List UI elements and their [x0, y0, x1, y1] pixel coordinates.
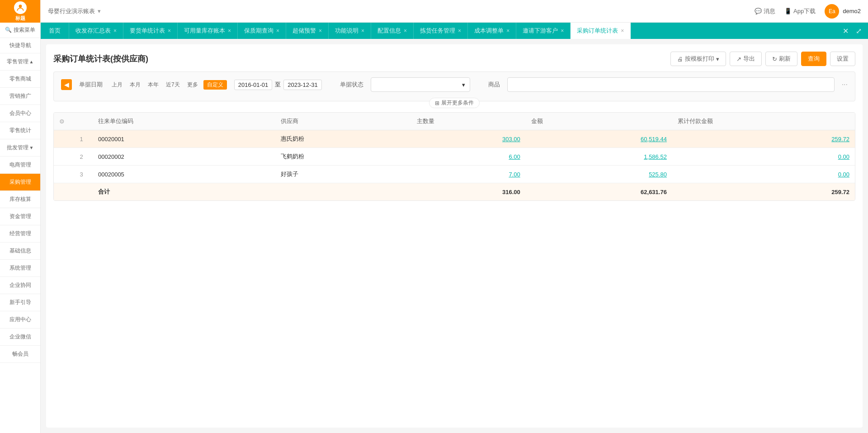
row1-quantity[interactable]: 303.00	[411, 130, 526, 148]
tab-home[interactable]: 首页	[41, 23, 69, 39]
row2-settings	[54, 148, 70, 166]
sidebar-item-member2[interactable]: 畅会员	[0, 346, 40, 363]
settings-button[interactable]: 设置	[830, 52, 855, 66]
row2-unit-code: 00020002	[93, 148, 275, 166]
row1-paid-amount[interactable]: 259.72	[672, 130, 855, 148]
tab-expiry-query[interactable]: 保质期查询 ×	[238, 23, 286, 39]
sidebar-item-member[interactable]: 会员中心	[0, 105, 40, 122]
tab-close-collect-pay[interactable]: ×	[113, 28, 117, 33]
row1-amount[interactable]: 60,519.44	[526, 130, 672, 148]
shortcut-this-month[interactable]: 本月	[128, 80, 142, 90]
tab-close-cost-adjust[interactable]: ×	[506, 28, 509, 33]
message-button[interactable]: 💬 消息	[755, 7, 775, 15]
shortcut-custom[interactable]: 自定义	[203, 80, 227, 90]
svg-point-0	[19, 5, 22, 8]
app-logo: 标题	[0, 0, 40, 23]
export-button[interactable]: ↗ 导出	[730, 52, 762, 66]
tab-close-purchase-stats[interactable]: ×	[621, 28, 624, 33]
row2-num: 2	[70, 148, 93, 166]
row2-paid-amount[interactable]: 0.00	[672, 148, 855, 166]
tab-function-desc[interactable]: 功能说明 ×	[329, 23, 371, 39]
tab-close-invite-downstream[interactable]: ×	[561, 28, 564, 33]
tab-close-all-button[interactable]: ✕	[840, 26, 851, 36]
sidebar: 标题 🔍 搜索菜单 快捷导航 零售管理 ▲ 零售商城 营销推广 会员中心 零售统…	[0, 0, 41, 433]
print-icon: 🖨	[677, 56, 683, 62]
filter-toggle-button[interactable]: ◀	[61, 79, 72, 90]
query-button[interactable]: 查询	[801, 52, 826, 66]
column-settings-icon[interactable]: ⚙	[59, 118, 65, 125]
sidebar-item-retail-mall[interactable]: 零售商城	[0, 71, 40, 88]
tab-close-order-stats[interactable]: ×	[168, 28, 171, 33]
expand-button[interactable]: ⊞ 展开更多条件	[429, 98, 480, 108]
tab-invite-downstream[interactable]: 邀请下游客户 ×	[516, 23, 571, 39]
status-select[interactable]: ▾	[371, 77, 470, 92]
tab-config-info[interactable]: 配置信息 ×	[371, 23, 414, 39]
row3-paid-amount[interactable]: 0.00	[672, 166, 855, 183]
tab-oversupply-warning[interactable]: 超储预警 ×	[286, 23, 329, 39]
page-header: 采购订单统计表(按供应商) 🖨 按模板打印 ▾ ↗ 导出 ↻ 刷新	[53, 52, 855, 66]
table-row[interactable]: 2 00020002 飞鹤奶粉 6.00 1,586.52 0.00	[54, 148, 855, 166]
sidebar-item-retail-management[interactable]: 零售管理 ▲	[0, 53, 40, 71]
shortcut-last-7-days[interactable]: 近7天	[164, 80, 182, 90]
tab-close-config-info[interactable]: ×	[404, 28, 407, 33]
sidebar-item-wholesale[interactable]: 批发管理 ▼	[0, 139, 40, 157]
footer-num	[70, 183, 93, 201]
retail-management-arrow: ▲	[29, 59, 34, 64]
table-row[interactable]: 3 00020005 好孩子 7.00 525.80 0.00	[54, 166, 855, 183]
tab-purchase-stats[interactable]: 采购订单统计表 ×	[571, 23, 631, 39]
tab-collect-pay[interactable]: 收发存汇总表 ×	[69, 23, 123, 39]
table-row[interactable]: 1 00020001 惠氏奶粉 303.00 60,519.44 259.72	[54, 130, 855, 148]
tab-close-available-inventory[interactable]: ×	[228, 28, 231, 33]
user-info[interactable]: Ea demo2	[825, 4, 861, 19]
table-footer-row: 合计 316.00 62,631.76 259.72	[54, 183, 855, 201]
sidebar-item-ecommerce[interactable]: 电商管理	[0, 157, 40, 174]
print-dropdown-icon: ▾	[716, 56, 719, 62]
sidebar-item-enterprise[interactable]: 企业协同	[0, 277, 40, 294]
tab-maximize-button[interactable]: ⤢	[853, 26, 864, 36]
tab-close-oversupply-warning[interactable]: ×	[319, 28, 322, 33]
sidebar-item-marketing[interactable]: 营销推广	[0, 88, 40, 105]
print-button[interactable]: 🖨 按模板打印 ▾	[670, 52, 726, 66]
row2-quantity[interactable]: 6.00	[411, 148, 526, 166]
shortcut-last-month[interactable]: 上月	[110, 80, 124, 90]
col-amount-header: 金额	[526, 113, 672, 130]
refresh-button[interactable]: ↻ 刷新	[765, 52, 797, 66]
sidebar-item-basic[interactable]: 基础信息	[0, 243, 40, 260]
date-end[interactable]: 2023-12-31	[283, 80, 322, 90]
wholesale-arrow: ▼	[29, 145, 34, 150]
row2-amount[interactable]: 1,586.52	[526, 148, 672, 166]
sidebar-item-enterprise-wechat[interactable]: 企业微信	[0, 328, 40, 346]
shortcut-this-year[interactable]: 本年	[146, 80, 160, 90]
tab-bar: 首页 收发存汇总表 × 要货单统计表 × 可用量库存账本 × 保质期查询 × 超…	[41, 23, 868, 39]
sidebar-search[interactable]: 🔍 搜索菜单	[0, 23, 40, 38]
app-download-button[interactable]: 📱 App下载	[784, 7, 816, 15]
sidebar-quicknav[interactable]: 快捷导航	[0, 38, 40, 53]
sidebar-item-newbie[interactable]: 新手引导	[0, 294, 40, 311]
date-start[interactable]: 2016-01-01	[234, 80, 273, 90]
tab-close-function-desc[interactable]: ×	[361, 28, 364, 33]
tab-bar-end: ✕ ⤢	[840, 26, 868, 36]
sidebar-item-operation[interactable]: 经营管理	[0, 225, 40, 243]
sidebar-item-system[interactable]: 系统管理	[0, 260, 40, 277]
goods-more-icon[interactable]: ···	[842, 81, 848, 89]
goods-input[interactable]	[507, 77, 835, 92]
tab-cost-adjust[interactable]: 成本调整单 ×	[468, 23, 516, 39]
tab-pick-task[interactable]: 拣货任务管理 ×	[414, 23, 468, 39]
row3-unit-code: 00020005	[93, 166, 275, 183]
sidebar-item-retail-stats[interactable]: 零售统计	[0, 122, 40, 139]
tab-available-inventory[interactable]: 可用量库存账本 ×	[178, 23, 238, 39]
shortcut-more[interactable]: 更多	[185, 80, 200, 90]
row3-amount[interactable]: 525.80	[526, 166, 672, 183]
sidebar-item-capital[interactable]: 资金管理	[0, 208, 40, 225]
sidebar-item-app-center[interactable]: 应用中心	[0, 311, 40, 328]
row3-quantity[interactable]: 7.00	[411, 166, 526, 183]
sidebar-item-purchase[interactable]: 采购管理	[0, 174, 40, 191]
tab-order-stats[interactable]: 要货单统计表 ×	[123, 23, 178, 39]
dropdown-arrow-icon[interactable]: ▾	[98, 8, 101, 14]
sidebar-item-inventory[interactable]: 库存核算	[0, 191, 40, 208]
col-settings: ⚙	[54, 113, 70, 130]
tab-close-pick-task[interactable]: ×	[458, 28, 461, 33]
page-content: 采购订单统计表(按供应商) 🖨 按模板打印 ▾ ↗ 导出 ↻ 刷新	[46, 44, 863, 428]
table-section: ⚙ 往来单位编码 供应商 主数量 金额 累计付款金额	[53, 112, 855, 201]
tab-close-expiry-query[interactable]: ×	[276, 28, 279, 33]
